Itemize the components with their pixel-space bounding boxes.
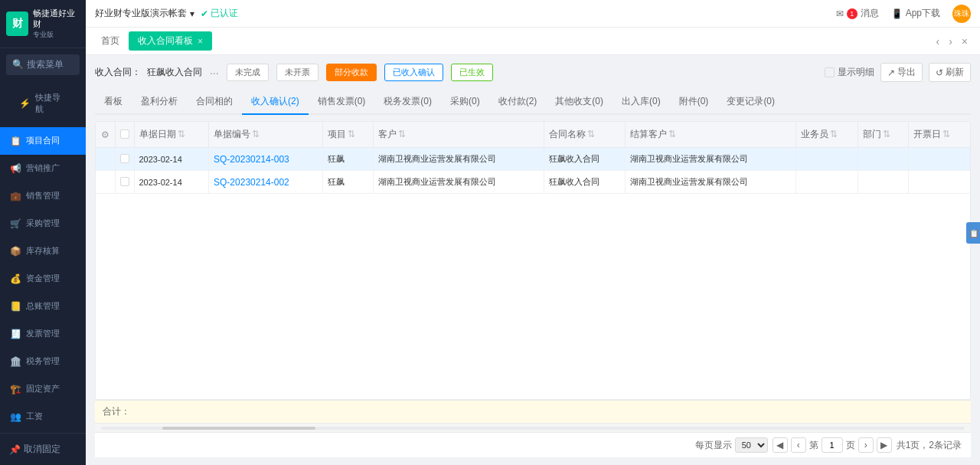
active-tab-label: 收入合同看板 <box>138 34 193 47</box>
sort-project-icon[interactable]: ⇅ <box>348 129 355 139</box>
per-page-selector: 每页显示 50 <box>695 437 768 453</box>
messages-badge: 1 <box>847 8 858 19</box>
col-doc-no: 单据编号⇅ <box>209 122 323 148</box>
right-action-button[interactable]: 📋 <box>966 222 980 244</box>
subtab-warehouse[interactable]: 出入库(0) <box>612 90 670 113</box>
messages-button[interactable]: ✉ 1 消息 <box>836 7 879 20</box>
col-invoice-date: 开票日⇅ <box>908 122 970 148</box>
next-page-button[interactable]: › <box>858 437 874 453</box>
sidebar-item-invoice[interactable]: 🧾 发票管理 <box>0 320 86 348</box>
sidebar-item-marketing[interactable]: 📢 营销推广 <box>0 155 86 182</box>
checkbox-detail[interactable] <box>825 67 835 77</box>
scrollbar-thumb[interactable] <box>162 427 315 430</box>
horizontal-scrollbar[interactable] <box>95 423 971 432</box>
sidebar-item-inventory[interactable]: 📦 库存核算 <box>0 237 86 265</box>
sidebar-item-project-contract[interactable]: 📋 项目合同 <box>0 127 86 155</box>
status-confirmed-button[interactable]: 已收入确认 <box>384 64 443 81</box>
show-detail-toggle[interactable]: 显示明细 <box>825 66 874 79</box>
subtab-payments[interactable]: 收付款(2) <box>489 90 547 113</box>
row-1-checkbox[interactable] <box>120 154 129 163</box>
purchase-icon: 🛒 <box>9 218 21 230</box>
prev-page-button[interactable]: ‹ <box>791 437 806 453</box>
sort-contract-icon[interactable]: ⇅ <box>587 129 595 139</box>
row-2-dept <box>858 171 908 194</box>
row-2-invoice-date <box>908 171 970 194</box>
sort-date-icon[interactable]: ⇅ <box>178 129 185 139</box>
active-tab[interactable]: 收入合同看板 × <box>129 31 212 51</box>
subtab-profit[interactable]: 盈利分析 <box>132 90 187 113</box>
last-page-button[interactable]: ▶ <box>877 437 892 453</box>
row-checkbox-2 <box>115 171 134 194</box>
sidebar-item-payroll[interactable]: 👥 工资 <box>0 403 86 431</box>
topbar: 好业财专业版演示帐套 ▾ ✔ 已认证 ✉ 1 消息 📱 App下载 珠珠 <box>86 0 980 28</box>
right-sidebar-action: 📋 <box>966 222 980 244</box>
sidebar-item-fixed-assets[interactable]: 🏗️ 固定资产 <box>0 375 86 403</box>
row-2-project: 狂飙 <box>323 171 373 194</box>
sort-dept-icon[interactable]: ⇅ <box>883 129 890 139</box>
row-2-checkbox[interactable] <box>120 177 129 186</box>
search-menu-button[interactable]: 🔍 搜索菜单 <box>6 54 80 75</box>
total-label: 合计： <box>103 405 130 418</box>
sidebar-item-purchase[interactable]: 🛒 采购管理 <box>0 210 86 237</box>
prev-tab-button[interactable]: ‹ <box>933 34 942 49</box>
subtab-other-income[interactable]: 其他收支(0) <box>546 90 612 113</box>
quick-nav-item[interactable]: ⚡ 快捷导航 <box>9 84 77 123</box>
export-button[interactable]: ↗ 导出 <box>880 63 923 82</box>
content-area: 收入合同： 狂飙收入合同 ··· 未完成 未开票 部分收款 已收入确认 已生效 … <box>86 55 980 465</box>
right-actions: 显示明细 ↗ 导出 ↺ 刷新 <box>825 63 971 82</box>
payroll-icon: 👥 <box>9 411 21 423</box>
row-checkbox-1 <box>115 148 134 171</box>
sort-invoicedate-icon[interactable]: ⇅ <box>942 129 950 139</box>
pin-icon: 📌 <box>9 444 21 455</box>
col-customer: 客户⇅ <box>373 122 544 148</box>
sidebar-item-sales[interactable]: 💼 销售管理 <box>0 182 86 210</box>
scrollbar-track <box>101 427 965 430</box>
marketing-icon: 📢 <box>9 162 21 175</box>
sort-salesperson-icon[interactable]: ⇅ <box>830 129 838 139</box>
sidebar-item-tax[interactable]: 🏛️ 税务管理 <box>0 348 86 375</box>
sidebar-item-funds[interactable]: 💰 资金管理 <box>0 265 86 293</box>
unpin-button[interactable]: 📌 取消固定 <box>6 440 80 459</box>
subtab-change-records[interactable]: 变更记录(0) <box>717 90 784 113</box>
subtab-attachments[interactable]: 附件(0) <box>670 90 718 113</box>
message-icon: ✉ <box>836 8 844 19</box>
avatar[interactable]: 珠珠 <box>952 5 971 23</box>
col-checkbox-header <box>115 122 134 148</box>
col-salesperson: 业务员⇅ <box>795 122 858 148</box>
home-tab[interactable]: 首页 <box>95 31 126 51</box>
next-tab-button[interactable]: › <box>946 34 956 49</box>
status-active-button[interactable]: 已生效 <box>451 64 493 81</box>
subtab-purchase[interactable]: 采购(0) <box>441 90 489 113</box>
close-panel-button[interactable]: × <box>959 34 971 49</box>
first-page-button[interactable]: ◀ <box>773 437 788 453</box>
app-download-button[interactable]: 📱 App下载 <box>891 7 940 20</box>
nav-list: 📋 项目合同 📢 营销推广 💼 销售管理 🛒 采购管理 📦 库存核算 💰 资金管… <box>0 127 86 433</box>
sort-customer-icon[interactable]: ⇅ <box>398 129 406 139</box>
status-uninvoiced-button[interactable]: 未开票 <box>276 64 318 81</box>
company-name: 好业财专业版演示帐套 <box>95 7 187 20</box>
more-options-button[interactable]: ··· <box>210 67 219 79</box>
page-input[interactable] <box>822 437 843 453</box>
status-partial-button[interactable]: 部分收款 <box>326 64 377 81</box>
subtab-tax-invoice[interactable]: 税务发票(0) <box>374 90 441 113</box>
subtab-contract-related[interactable]: 合同相的 <box>187 90 242 113</box>
subtab-kanban[interactable]: 看板 <box>95 90 132 113</box>
data-table: ⚙ 单据日期⇅ 单据编号⇅ 项目⇅ 客户⇅ 合同名称⇅ 结算客户⇅ 业务员⇅ 部… <box>95 121 971 400</box>
row-2-docno-link[interactable]: SQ-20230214-002 <box>214 177 289 188</box>
close-tab-button[interactable]: × <box>198 36 203 47</box>
contract-icon: 📋 <box>9 135 21 147</box>
settings-gear-icon[interactable]: ⚙ <box>101 129 109 140</box>
refresh-button[interactable]: ↺ 刷新 <box>929 63 971 82</box>
sidebar-item-ledger[interactable]: 📒 总账管理 <box>0 293 86 320</box>
sort-docno-icon[interactable]: ⇅ <box>252 129 260 139</box>
company-selector[interactable]: 好业财专业版演示帐套 ▾ <box>95 7 194 20</box>
status-incomplete-button[interactable]: 未完成 <box>227 64 269 81</box>
row-1-docno-link[interactable]: SQ-20230214-003 <box>214 154 289 165</box>
subtab-sales-invoice[interactable]: 销售发票(0) <box>309 90 375 113</box>
select-all-checkbox[interactable] <box>120 129 129 139</box>
subtab-income-confirm[interactable]: 收入确认(2) <box>242 90 309 115</box>
per-page-select[interactable]: 50 <box>735 437 768 453</box>
logo-text: 畅捷通好业财 专业版 <box>33 8 80 40</box>
contract-prefix: 收入合同： <box>95 66 141 79</box>
sort-settlement-icon[interactable]: ⇅ <box>668 129 676 139</box>
